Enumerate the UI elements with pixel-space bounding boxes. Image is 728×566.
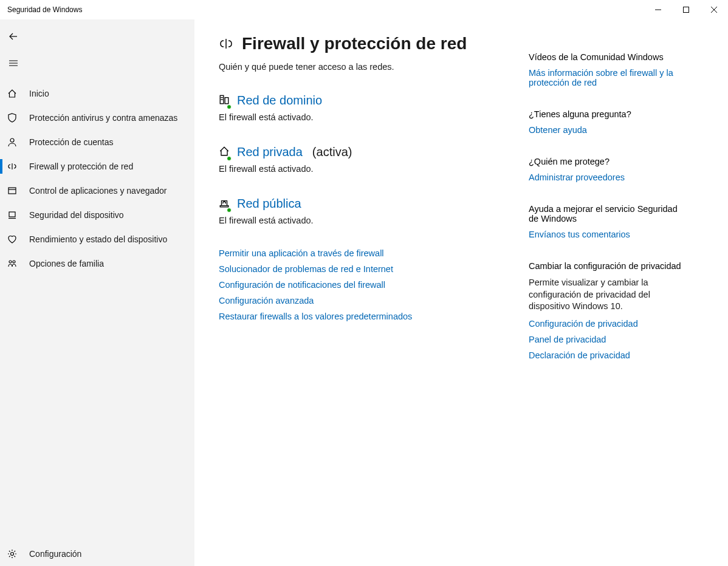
link-more-info[interactable]: Más información sobre el firewall y la p… (529, 68, 687, 87)
sidebar-item-label: Rendimiento y estado del dispositivo (29, 234, 167, 244)
page-title: Firewall y protección de red (242, 34, 467, 53)
network-domain-link[interactable]: Red de dominio (237, 94, 322, 107)
family-icon (7, 259, 17, 268)
shield-icon (7, 113, 17, 123)
sidebar-item-virus[interactable]: Protección antivirus y contra amenazas (0, 106, 194, 130)
domain-network-icon (219, 94, 230, 107)
sidebar-settings[interactable]: Configuración (0, 542, 194, 566)
network-public-status: El firewall está activado. (219, 216, 529, 225)
sidebar-item-label: Protección de cuentas (29, 137, 114, 147)
svg-point-14 (9, 261, 12, 263)
sidebar-item-label: Configuración (29, 549, 81, 559)
firewall-icon (219, 36, 233, 51)
network-domain-status: El firewall está activado. (219, 112, 529, 122)
sidebar-item-label: Protección antivirus y contra amenazas (29, 113, 177, 123)
group-feedback: Ayuda a mejorar el servicio Seguridad de… (529, 204, 687, 239)
arrow-left-icon (9, 32, 18, 41)
page-subtitle: Quién y qué puede tener acceso a las red… (219, 62, 529, 72)
sidebar-item-home[interactable]: Inicio (0, 81, 194, 106)
sidebar-item-label: Inicio (29, 89, 49, 98)
window-title: Seguridad de Windows (7, 5, 82, 14)
sidebar: Inicio Protección antivirus y contra ame… (0, 19, 194, 566)
sidebar-item-label: Opciones de familia (29, 259, 104, 268)
group-protect: ¿Quién me protege? Administrar proveedor… (529, 157, 687, 182)
network-private: Red privada (activa) El firewall está ac… (219, 145, 529, 174)
network-private-status: El firewall está activado. (219, 164, 529, 174)
heart-icon (7, 234, 17, 244)
network-public: Red pública El firewall está activado. (219, 197, 529, 225)
network-private-suffix: (activa) (312, 145, 352, 159)
link-notifications[interactable]: Configuración de notificaciones del fire… (219, 280, 529, 290)
public-network-icon (219, 197, 230, 211)
nav: Inicio Protección antivirus y contra ame… (0, 81, 194, 276)
menu-button[interactable] (0, 50, 27, 77)
group-title: ¿Quién me protege? (529, 157, 687, 166)
network-domain: Red de dominio El firewall está activado… (219, 94, 529, 122)
sidebar-item-label: Control de aplicaciones y navegador (29, 186, 167, 196)
link-feedback[interactable]: Envíanos tus comentarios (529, 230, 687, 239)
sidebar-item-account[interactable]: Protección de cuentas (0, 130, 194, 154)
sidebar-item-device-security[interactable]: Seguridad del dispositivo (0, 203, 194, 227)
link-privacy-dashboard[interactable]: Panel de privacidad (529, 335, 687, 344)
page-header: Firewall y protección de red (219, 34, 529, 53)
hamburger-icon (9, 58, 18, 68)
sidebar-item-appbrowser[interactable]: Control de aplicaciones y navegador (0, 179, 194, 203)
sidebar-item-firewall[interactable]: Firewall y protección de red (0, 154, 194, 179)
group-text: Permite visualizar y cambiar la configur… (529, 277, 687, 313)
firewall-icon (7, 162, 17, 171)
link-manage-providers[interactable]: Administrar proveedores (529, 172, 687, 182)
back-button[interactable] (0, 23, 27, 50)
device-security-icon (7, 210, 17, 220)
svg-point-16 (11, 553, 14, 556)
svg-point-8 (10, 138, 14, 142)
group-title: Vídeos de la Comunidad Windows (529, 52, 687, 62)
maximize-button[interactable] (672, 0, 700, 19)
close-button[interactable] (700, 0, 728, 19)
network-private-link[interactable]: Red privada (237, 145, 303, 159)
person-icon (7, 137, 17, 147)
svg-rect-22 (220, 205, 228, 206)
group-question: ¿Tienes alguna pregunta? Obtener ayuda (529, 109, 687, 135)
private-network-icon (219, 146, 230, 159)
svg-point-15 (13, 261, 15, 263)
link-troubleshoot[interactable]: Solucionador de problemas de red e Inter… (219, 264, 529, 274)
titlebar: Seguridad de Windows (0, 0, 728, 19)
link-restore-default[interactable]: Restaurar firewalls a los valores predet… (219, 312, 529, 321)
link-privacy-statement[interactable]: Declaración de privacidad (529, 350, 687, 360)
sidebar-item-performance[interactable]: Rendimiento y estado del dispositivo (0, 227, 194, 251)
network-public-link[interactable]: Red pública (237, 197, 301, 211)
link-get-help[interactable]: Obtener ayuda (529, 125, 687, 135)
sidebar-item-label: Firewall y protección de red (29, 162, 133, 171)
group-community: Vídeos de la Comunidad Windows Más infor… (529, 52, 687, 87)
sidebar-item-label: Seguridad del dispositivo (29, 210, 124, 220)
svg-rect-10 (9, 188, 16, 194)
firewall-links: Permitir una aplicación a través de fire… (219, 248, 529, 321)
link-allow-app[interactable]: Permitir una aplicación a través de fire… (219, 248, 529, 258)
svg-rect-12 (9, 212, 15, 217)
home-icon (7, 89, 17, 98)
side-panel: Vídeos de la Comunidad Windows Más infor… (529, 34, 687, 566)
svg-rect-19 (225, 97, 228, 103)
app-browser-icon (7, 186, 17, 196)
minimize-button[interactable] (644, 0, 672, 19)
gear-icon (7, 549, 17, 559)
svg-rect-1 (684, 7, 689, 13)
group-title: Cambiar la configuración de privacidad (529, 261, 687, 271)
group-title: ¿Tienes alguna pregunta? (529, 109, 687, 119)
link-advanced[interactable]: Configuración avanzada (219, 296, 529, 305)
group-title: Ayuda a mejorar el servicio Seguridad de… (529, 204, 687, 223)
group-privacy: Cambiar la configuración de privacidad P… (529, 261, 687, 360)
sidebar-item-family[interactable]: Opciones de familia (0, 251, 194, 276)
main: Firewall y protección de red Quién y qué… (194, 19, 728, 566)
link-privacy-settings[interactable]: Configuración de privacidad (529, 319, 687, 329)
